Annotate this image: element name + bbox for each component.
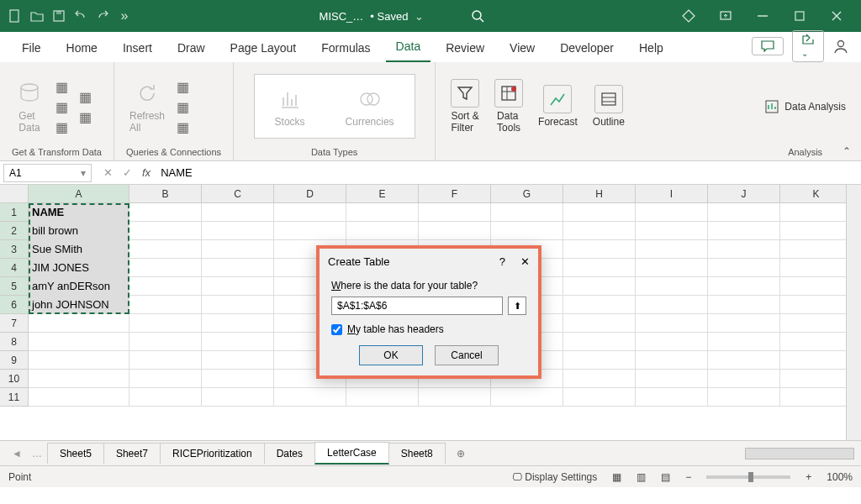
close-button[interactable] — [819, 3, 854, 29]
display-settings-button[interactable]: 🖵 Display Settings — [512, 471, 597, 483]
svg-point-11 — [511, 87, 516, 92]
create-table-dialog: Create Table ? ✕ Where is the data for y… — [316, 245, 541, 379]
add-sheet-icon[interactable]: ⊕ — [445, 448, 477, 459]
new-file-icon[interactable] — [7, 8, 24, 24]
tab-review[interactable]: Review — [436, 35, 494, 62]
view-page-break-icon[interactable]: ▤ — [661, 471, 670, 483]
group-label: Analysis — [761, 147, 849, 159]
window-controls — [671, 3, 854, 29]
undo-icon[interactable] — [72, 8, 89, 24]
sheet-tab-active[interactable]: LetterCase — [314, 442, 389, 465]
zoom-slider[interactable] — [706, 475, 790, 479]
range-selector-icon[interactable]: ⬆ — [508, 297, 526, 315]
cell-a5[interactable]: amY anDERson — [29, 277, 129, 296]
title-center: MISC_… • Saved ⌄ — [133, 9, 671, 23]
from-web-icon[interactable]: ▦ — [55, 99, 71, 114]
ribbon: Get Data ▦ ▦ ▦ ▦ ▦ Get & Transform Data … — [0, 62, 861, 161]
properties-icon[interactable]: ▦ — [177, 99, 192, 114]
title-dropdown-icon[interactable]: ⌄ — [415, 10, 424, 23]
group-label: Queries & Connections — [126, 147, 221, 159]
range-input[interactable] — [331, 297, 503, 315]
cell-a2[interactable]: bill brown — [29, 222, 129, 240]
headers-checkbox-row[interactable]: My table has headers — [331, 323, 526, 335]
zoom-level[interactable]: 100% — [827, 471, 853, 483]
cell-a3[interactable]: Sue SMith — [29, 240, 129, 259]
share-button[interactable]: ⌄ — [792, 30, 824, 62]
cell-a1[interactable]: NAME — [29, 203, 129, 222]
row-headers[interactable]: 1234567891011 — [0, 203, 29, 407]
tab-file[interactable]: File — [12, 35, 51, 62]
stocks-button[interactable]: Stocks — [272, 81, 309, 131]
maximize-button[interactable] — [782, 3, 817, 29]
help-icon[interactable]: ? — [499, 255, 505, 268]
svg-rect-0 — [10, 10, 18, 22]
sheet-tab[interactable]: Dates — [264, 443, 315, 464]
sheet-tab[interactable]: Sheet7 — [103, 443, 161, 464]
refresh-all-button[interactable]: Refresh All — [126, 76, 168, 137]
group-label — [447, 147, 628, 159]
column-headers[interactable]: ABCDEFGHIJK — [29, 185, 853, 203]
existing-conn-icon[interactable]: ▦ — [79, 109, 94, 124]
tab-data[interactable]: Data — [386, 34, 431, 62]
data-analysis-button[interactable]: Data Analysis — [761, 96, 849, 118]
tab-developer[interactable]: Developer — [550, 35, 624, 62]
view-page-layout-icon[interactable]: ▥ — [637, 471, 646, 483]
from-text-icon[interactable]: ▦ — [55, 79, 71, 94]
search-icon[interactable] — [471, 9, 484, 23]
cell-a6[interactable]: john JOHNSON — [29, 296, 129, 314]
save-icon[interactable] — [50, 8, 67, 24]
sheet-tab[interactable]: Sheet5 — [47, 443, 104, 464]
headers-checkbox[interactable] — [331, 324, 342, 335]
currencies-button[interactable]: Currencies — [342, 81, 398, 131]
ok-button[interactable]: OK — [359, 345, 423, 365]
tab-formulas[interactable]: Formulas — [311, 35, 380, 62]
queries-icon[interactable]: ▦ — [177, 79, 192, 94]
horizontal-scrollbar[interactable] — [745, 448, 854, 459]
zoom-in-icon[interactable]: + — [806, 471, 811, 483]
tab-page-layout[interactable]: Page Layout — [220, 35, 307, 62]
outline-button[interactable]: Outline — [589, 81, 628, 131]
comments-button[interactable] — [752, 37, 784, 55]
redo-icon[interactable] — [94, 8, 111, 24]
edit-links-icon[interactable]: ▦ — [177, 119, 192, 134]
view-normal-icon[interactable]: ▦ — [612, 471, 621, 483]
vertical-scrollbar[interactable] — [846, 185, 861, 440]
confirm-edit-icon[interactable]: ✓ — [123, 166, 132, 179]
open-file-icon[interactable] — [29, 8, 45, 24]
svg-point-7 — [21, 84, 38, 91]
cell-a4[interactable]: JIM JONES — [29, 259, 129, 277]
sheet-tab[interactable]: Sheet8 — [388, 443, 446, 464]
quick-access-toolbar: » — [7, 8, 133, 24]
tab-nav-more[interactable]: … — [27, 448, 47, 459]
recent-sources-icon[interactable]: ▦ — [79, 89, 94, 104]
svg-rect-2 — [56, 11, 61, 14]
tab-nav-prev-icon[interactable]: ◄ — [7, 448, 27, 459]
sheet-tab[interactable]: RICEPrioritization — [160, 443, 265, 464]
tab-insert[interactable]: Insert — [113, 35, 162, 62]
overflow-icon[interactable]: » — [116, 8, 133, 24]
from-table-icon[interactable]: ▦ — [55, 119, 71, 134]
data-tools-button[interactable]: Data Tools — [491, 76, 526, 137]
account-icon[interactable] — [832, 38, 849, 55]
cancel-button[interactable]: Cancel — [435, 345, 499, 365]
close-icon[interactable]: ✕ — [520, 255, 530, 268]
diamond-icon[interactable] — [671, 3, 706, 29]
forecast-button[interactable]: Forecast — [535, 81, 581, 131]
tab-view[interactable]: View — [499, 35, 545, 62]
sort-filter-button[interactable]: Sort & Filter — [447, 76, 483, 137]
tab-help[interactable]: Help — [629, 35, 673, 62]
group-label: Get & Transform Data — [12, 147, 102, 159]
collapse-ribbon-icon[interactable]: ⌃ — [843, 145, 851, 157]
tab-home[interactable]: Home — [56, 35, 108, 62]
ribbon-mode-icon[interactable] — [708, 3, 743, 29]
fx-icon[interactable]: fx — [142, 166, 151, 179]
get-data-button[interactable]: Get Data — [12, 76, 47, 137]
zoom-out-icon[interactable]: − — [685, 471, 691, 483]
cancel-edit-icon[interactable]: ✕ — [103, 166, 113, 179]
select-all-corner[interactable] — [0, 185, 29, 203]
name-box[interactable]: A1▾ — [3, 164, 92, 182]
tab-draw[interactable]: Draw — [167, 35, 215, 62]
group-data-types: Stocks Currencies Data Types — [234, 62, 436, 160]
formula-value[interactable]: NAME — [161, 166, 193, 179]
minimize-button[interactable] — [745, 3, 780, 29]
